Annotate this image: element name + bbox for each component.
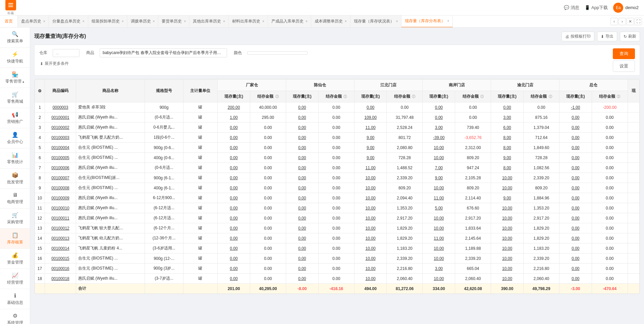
sidebar-item-资金管理[interactable]: 💰资金管理 xyxy=(0,249,30,269)
tab-close-icon[interactable]: × xyxy=(43,19,45,23)
tab-close-icon[interactable]: × xyxy=(345,19,347,23)
table-cell[interactable]: 0.00 xyxy=(286,133,318,143)
table-cell[interactable]: 10.00 xyxy=(354,274,387,284)
tab-item[interactable]: 分量盘点单历史× xyxy=(49,15,88,28)
table-cell[interactable]: 0.00 xyxy=(286,253,318,264)
tab-close-icon[interactable]: × xyxy=(262,19,264,23)
sidebar-item-采购管理[interactable]: 🛒采购管理 xyxy=(0,209,30,229)
table-cell[interactable]: 10.00 xyxy=(423,213,455,223)
table-cell[interactable]: 6.00 xyxy=(491,123,524,133)
sidebar-item-批发管理[interactable]: 📦批发管理 xyxy=(0,169,30,189)
table-cell[interactable]: 0.00 xyxy=(286,264,318,274)
table-cell[interactable]: 0.00 xyxy=(286,112,318,123)
table-cell[interactable]: 0.00 xyxy=(218,223,250,233)
message-btn[interactable]: 💬 消息 xyxy=(564,5,579,11)
table-cell[interactable]: 11.00 xyxy=(423,233,455,243)
table-cell[interactable]: 10.00 xyxy=(423,223,455,233)
tab-close-icon[interactable]: × xyxy=(223,19,225,23)
user-area[interactable]: Ea demo2 xyxy=(613,3,639,13)
table-cell[interactable]: 10.00 xyxy=(354,264,387,274)
table-cell[interactable]: 0.00 xyxy=(559,264,592,274)
table-cell[interactable]: 00100005 xyxy=(45,153,76,163)
table-cell[interactable]: 1.00 xyxy=(218,112,250,123)
table-cell[interactable]: 0.00 xyxy=(218,243,250,253)
table-cell[interactable]: 00100001 xyxy=(45,112,76,123)
table-cell[interactable]: 0.00 xyxy=(559,253,592,264)
table-cell[interactable]: 10.00 xyxy=(423,143,455,153)
table-cell[interactable]: 0.00 xyxy=(286,143,318,153)
tab-item[interactable]: 其他出库单历史× xyxy=(190,15,229,28)
table-cell[interactable]: 3.00 xyxy=(423,123,455,133)
table-cell[interactable]: 0.00 xyxy=(559,213,592,223)
warehouse-input[interactable]: ... xyxy=(53,49,79,57)
table-cell[interactable]: 0.00 xyxy=(559,183,592,193)
table-cell[interactable]: 9.00 xyxy=(354,143,387,153)
table-cell[interactable]: 10.00 xyxy=(491,253,524,264)
table-cell[interactable]: 0.00 xyxy=(559,233,592,243)
table-cell[interactable]: 00100013 xyxy=(45,233,76,243)
table-cell[interactable]: 9.00 xyxy=(354,133,387,143)
tab-close-icon[interactable]: × xyxy=(184,19,186,23)
table-cell[interactable]: 10.00 xyxy=(423,183,455,193)
tab-item[interactable]: 材料出库单历史× xyxy=(229,15,268,28)
setting-btn[interactable]: 设置 xyxy=(613,60,635,72)
table-cell[interactable]: 0.00 xyxy=(559,143,592,153)
table-cell[interactable]: 0.00 xyxy=(286,233,318,243)
table-cell[interactable]: 10.00 xyxy=(354,203,387,213)
tab-item[interactable]: 盘点单历史× xyxy=(18,15,49,28)
tab-prev-btn[interactable]: ‹ xyxy=(610,18,618,25)
table-cell[interactable]: 00100014 xyxy=(45,243,76,253)
table-cell[interactable]: 109.00 xyxy=(354,112,387,123)
table-cell[interactable]: 10.00 xyxy=(491,213,524,223)
tab-expand-btn[interactable]: ⛶ xyxy=(635,18,642,25)
table-cell[interactable]: 0.00 xyxy=(423,102,455,112)
table-cell[interactable]: 10.00 xyxy=(354,223,387,233)
sidebar-item-快捷导航[interactable]: ⚡快捷导航 xyxy=(0,48,30,68)
table-cell[interactable]: 0.00 xyxy=(286,213,318,223)
table-cell[interactable]: 00100009 xyxy=(45,193,76,203)
goods-input[interactable]: babycare孕妇待产包 春季入院全套母子组合孕妇产后冬季月子用品 22件套 … xyxy=(100,48,227,57)
table-cell[interactable]: -1.00 xyxy=(559,102,592,112)
table-cell[interactable]: 00100015 xyxy=(45,253,76,264)
table-cell[interactable]: 0.00 xyxy=(286,243,318,253)
table-cell[interactable]: 0.00 xyxy=(218,183,250,193)
query-btn[interactable]: 查询 xyxy=(613,48,635,59)
table-cell[interactable]: 0.00 xyxy=(218,274,250,284)
tab-close-icon[interactable]: × xyxy=(83,19,85,23)
table-cell[interactable]: -39.00 xyxy=(423,133,455,143)
table-cell[interactable]: 200.00 xyxy=(218,102,250,112)
sidebar-item-零售管理[interactable]: 🏪零售管理▲ xyxy=(0,68,30,88)
table-cell[interactable]: 00100018 xyxy=(45,274,76,284)
table-cell[interactable]: 0.00 xyxy=(218,123,250,133)
tab-item[interactable]: 产成品入库单历史× xyxy=(268,15,311,28)
refresh-btn[interactable]: ↻ 刷新 xyxy=(620,32,640,41)
table-cell[interactable]: 00100016 xyxy=(45,264,76,274)
table-cell[interactable]: 0.00 xyxy=(286,183,318,193)
table-cell[interactable]: 00100011 xyxy=(45,213,76,223)
table-cell[interactable]: 0.00 xyxy=(286,123,318,133)
table-cell[interactable]: 10.00 xyxy=(423,253,455,264)
table-cell[interactable]: 0.00 xyxy=(491,102,524,112)
tab-item[interactable]: 要货单历史× xyxy=(158,15,190,28)
table-cell[interactable]: 0.00 xyxy=(218,203,250,213)
table-cell[interactable]: 10.00 xyxy=(491,264,524,274)
tab-item[interactable]: 调拨单历史× xyxy=(127,15,159,28)
table-cell[interactable]: 0.00 xyxy=(218,264,250,274)
sidebar-item-库存核算[interactable]: 📋库存核算 xyxy=(0,229,30,249)
table-cell[interactable]: 0.00 xyxy=(286,203,318,213)
sidebar-item-零售商城[interactable]: 🛒零售商城 xyxy=(0,88,30,108)
table-cell[interactable]: 11.00 xyxy=(423,193,455,203)
tab-close-icon[interactable]: × xyxy=(306,19,308,23)
sidebar-item-零售统计[interactable]: 📊零售统计 xyxy=(0,148,30,169)
tab-item[interactable]: 组装拆卸单历史× xyxy=(88,15,127,28)
table-cell[interactable]: 10.00 xyxy=(354,213,387,223)
table-cell[interactable]: 10.00 xyxy=(354,253,387,264)
table-cell[interactable]: 0.00 xyxy=(286,163,318,173)
table-cell[interactable]: 0.00 xyxy=(286,153,318,163)
table-cell[interactable]: 0.00 xyxy=(218,193,250,203)
table-cell[interactable]: 10.00 xyxy=(354,183,387,193)
table-cell[interactable]: 3.00 xyxy=(491,112,524,123)
table-cell[interactable]: 10.00 xyxy=(423,153,455,163)
sidebar-item-经营管理[interactable]: 📈经营管理 xyxy=(0,269,30,289)
table-cell[interactable]: 10.00 xyxy=(354,193,387,203)
